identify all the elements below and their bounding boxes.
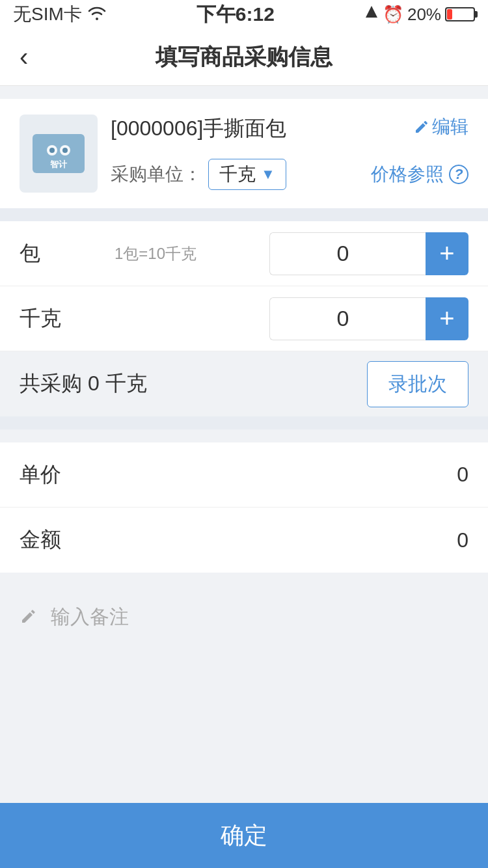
kg-input-group: + (269, 297, 468, 340)
divider-1 (0, 208, 488, 221)
product-unit-row: 采购单位： 千克 ▼ 价格参照 ? (111, 159, 468, 190)
unit-dropdown-arrow: ▼ (261, 166, 275, 183)
svg-text:智计: 智计 (49, 159, 68, 169)
price-ref-button[interactable]: 价格参照 ? (371, 162, 468, 187)
unit-price-row: 单价 0 (0, 442, 488, 508)
product-card: 智计 [0000006]手撕面包 编辑 采购单位： 千克 (0, 99, 488, 208)
price-section: 单价 0 金额 0 (0, 442, 488, 573)
pack-label: 包 (20, 239, 111, 268)
status-bar: 无SIM卡 下午6:12 ⏰ 20% (0, 0, 488, 29)
edit-label: 编辑 (432, 115, 468, 139)
page-title: 填写商品采购信息 (156, 42, 332, 72)
summary-row: 共采购 0 千克 录批次 (0, 351, 488, 416)
pack-input-group: + (269, 232, 468, 275)
kg-input-row: 千克 + (0, 286, 488, 351)
bottom-space (0, 649, 488, 779)
unit-price-value: 0 (457, 463, 468, 487)
unit-value: 千克 (219, 162, 256, 187)
unit-price-label: 单价 (20, 461, 61, 489)
pack-plus-button[interactable]: + (426, 232, 468, 275)
wifi-icon (87, 4, 107, 25)
product-name: [0000006]手撕面包 (111, 115, 286, 143)
confirm-button[interactable]: 确定 (0, 803, 488, 868)
input-section: 包 1包=10千克 + 千克 + (0, 221, 488, 351)
svg-point-4 (62, 148, 68, 153)
product-image: 智计 (20, 115, 98, 193)
notes-section[interactable]: 输入备注 (0, 586, 488, 649)
nav-bar: ‹ 填写商品采购信息 (0, 29, 488, 86)
kg-input[interactable] (269, 297, 426, 340)
summary-section: 共采购 0 千克 录批次 (0, 351, 488, 416)
price-ref-label: 价格参照 (371, 162, 444, 187)
product-logo: 智计 (33, 134, 85, 173)
product-top-row: [0000006]手撕面包 编辑 (111, 115, 468, 143)
status-time: 下午6:12 (197, 1, 275, 28)
price-ref-icon: ? (449, 165, 468, 184)
svg-point-3 (49, 148, 55, 153)
back-button[interactable]: ‹ (20, 42, 28, 72)
page-content: 智计 [0000006]手撕面包 编辑 采购单位： 千克 (0, 99, 488, 844)
pack-input-row: 包 1包=10千克 + (0, 221, 488, 286)
kg-plus-button[interactable]: + (426, 297, 468, 340)
amount-value: 0 (457, 528, 468, 552)
amount-label: 金额 (20, 526, 61, 554)
edit-button[interactable]: 编辑 (414, 115, 468, 139)
unit-select[interactable]: 千克 ▼ (208, 159, 286, 190)
pencil-icon (20, 604, 40, 631)
carrier-text: 无SIM卡 (13, 2, 82, 27)
kg-label: 千克 (20, 305, 111, 333)
pack-input[interactable] (269, 232, 426, 275)
battery-icon (445, 7, 475, 21)
divider-2 (0, 416, 488, 429)
amount-row: 金额 0 (0, 508, 488, 573)
product-info: [0000006]手撕面包 编辑 采购单位： 千克 ▼ 价格 (111, 115, 468, 190)
batch-button[interactable]: 录批次 (367, 361, 468, 407)
status-left: 无SIM卡 (13, 2, 107, 27)
status-right: ⏰ 20% (364, 5, 475, 25)
battery-percent: 20% (407, 5, 441, 25)
alarm-icon: ⏰ (383, 5, 403, 25)
notes-placeholder: 输入备注 (51, 604, 129, 631)
location-icon (364, 5, 379, 25)
summary-text: 共采购 0 千克 (20, 370, 147, 398)
unit-label: 采购单位： (111, 162, 202, 187)
pack-sub-label: 1包=10千克 (115, 243, 197, 264)
